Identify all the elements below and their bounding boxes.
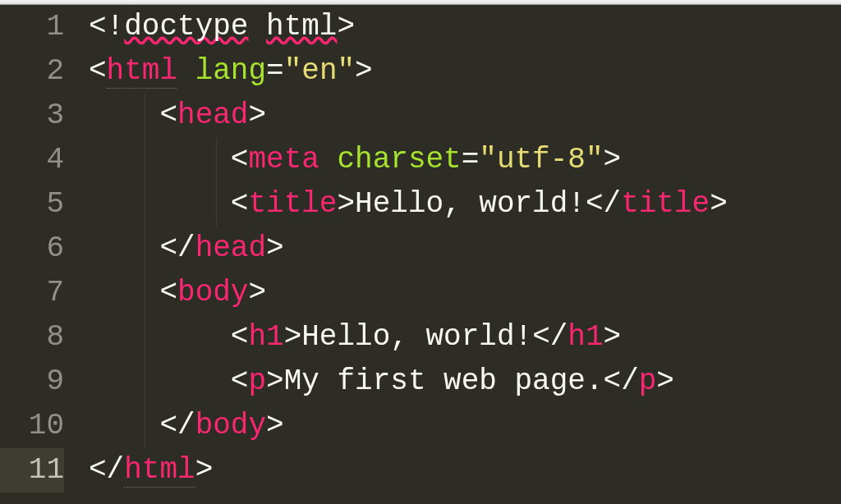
token-punct: = bbox=[462, 143, 480, 176]
token-punct: > bbox=[656, 364, 674, 398]
token-text: html bbox=[266, 10, 337, 44]
indent-whitespace bbox=[89, 187, 231, 221]
token-tag: p bbox=[639, 364, 657, 398]
token-string: "en" bbox=[284, 54, 355, 88]
token-punct: </ bbox=[159, 409, 195, 442]
token-punct: > bbox=[284, 320, 302, 354]
token-punct: </ bbox=[89, 453, 124, 487]
token-text bbox=[248, 10, 266, 44]
token-text bbox=[177, 54, 195, 88]
line-number: 11 bbox=[0, 448, 64, 493]
token-punct: < bbox=[89, 54, 107, 88]
token-tag: head bbox=[195, 231, 266, 265]
token-punct: > bbox=[266, 364, 284, 398]
token-tag: body bbox=[195, 409, 266, 442]
code-line[interactable]: <!doctype html> bbox=[89, 5, 841, 49]
token-tag: head bbox=[177, 99, 248, 132]
indent-whitespace bbox=[89, 143, 231, 176]
line-number: 7 bbox=[0, 271, 64, 315]
line-number: 4 bbox=[0, 138, 64, 182]
line-number: 2 bbox=[0, 49, 64, 94]
code-line[interactable]: </head> bbox=[89, 227, 841, 271]
token-attr: charset bbox=[337, 143, 461, 176]
token-punct: < bbox=[231, 187, 249, 221]
token-punct: > bbox=[710, 187, 728, 221]
token-punct: > bbox=[337, 10, 355, 44]
line-number-gutter: 1234567891011 bbox=[0, 5, 76, 504]
token-punct: < bbox=[159, 99, 177, 132]
code-line[interactable]: <title>Hello, world!</title> bbox=[89, 182, 841, 227]
indent-guide bbox=[145, 94, 145, 448]
token-tag: html bbox=[124, 453, 195, 488]
token-punct: > bbox=[195, 453, 214, 487]
token-punct: ! bbox=[107, 10, 125, 44]
token-punct: = bbox=[266, 54, 284, 88]
token-tag: title bbox=[248, 187, 337, 221]
token-punct: > bbox=[604, 143, 622, 176]
indent-whitespace bbox=[89, 231, 159, 265]
token-tag: body bbox=[177, 276, 248, 309]
token-text: Hello, world! bbox=[301, 320, 532, 354]
token-punct: > bbox=[355, 54, 373, 88]
token-text: doctype bbox=[124, 10, 248, 44]
token-string: "utf-8" bbox=[479, 143, 603, 176]
indent-guide bbox=[216, 138, 217, 227]
token-tag: html bbox=[107, 54, 177, 89]
token-punct: < bbox=[231, 320, 249, 354]
code-line[interactable]: </body> bbox=[89, 404, 841, 448]
indent-whitespace bbox=[89, 364, 231, 398]
token-attr: lang bbox=[195, 54, 266, 88]
line-number: 6 bbox=[0, 227, 64, 271]
line-number: 1 bbox=[0, 5, 64, 49]
line-number: 9 bbox=[0, 360, 64, 404]
token-punct: </ bbox=[604, 364, 639, 398]
code-area[interactable]: <!doctype html><html lang="en"> <head> <… bbox=[76, 5, 841, 504]
line-number: 3 bbox=[0, 94, 64, 138]
token-punct: < bbox=[159, 276, 177, 309]
token-punct: < bbox=[231, 364, 249, 398]
indent-whitespace bbox=[89, 409, 159, 442]
token-punct: > bbox=[248, 276, 266, 309]
token-text: Hello, world! bbox=[355, 187, 586, 221]
token-tag: h1 bbox=[248, 320, 283, 354]
code-line[interactable]: <head> bbox=[89, 94, 841, 138]
token-punct: > bbox=[266, 409, 284, 442]
code-line[interactable]: </html> bbox=[89, 448, 841, 493]
token-punct: </ bbox=[532, 320, 568, 354]
indent-whitespace bbox=[89, 276, 159, 309]
code-line[interactable]: <body> bbox=[89, 271, 841, 315]
token-text bbox=[319, 143, 338, 176]
token-text: My first web page. bbox=[284, 364, 604, 398]
code-line[interactable]: <h1>Hello, world!</h1> bbox=[89, 315, 841, 360]
token-tag: meta bbox=[248, 143, 319, 176]
line-number: 10 bbox=[0, 404, 64, 448]
line-number: 8 bbox=[0, 315, 64, 360]
code-line[interactable]: <p>My first web page.</p> bbox=[89, 360, 841, 404]
token-tag: h1 bbox=[568, 320, 603, 354]
code-line[interactable]: <html lang="en"> bbox=[89, 49, 841, 94]
token-tag: title bbox=[621, 187, 710, 221]
token-punct: </ bbox=[159, 231, 195, 265]
token-punct: > bbox=[337, 187, 355, 221]
token-tag: p bbox=[248, 364, 266, 398]
code-editor[interactable]: 1234567891011 <!doctype html><html lang=… bbox=[0, 5, 841, 504]
token-punct: > bbox=[266, 231, 284, 265]
line-number: 5 bbox=[0, 182, 64, 227]
token-punct: > bbox=[604, 320, 622, 354]
token-punct: < bbox=[231, 143, 249, 176]
indent-whitespace bbox=[89, 99, 159, 132]
indent-whitespace bbox=[89, 320, 231, 354]
code-line[interactable]: <meta charset="utf-8"> bbox=[89, 138, 841, 182]
token-punct: < bbox=[89, 10, 107, 44]
token-punct: > bbox=[248, 99, 266, 132]
token-punct: </ bbox=[586, 187, 621, 221]
